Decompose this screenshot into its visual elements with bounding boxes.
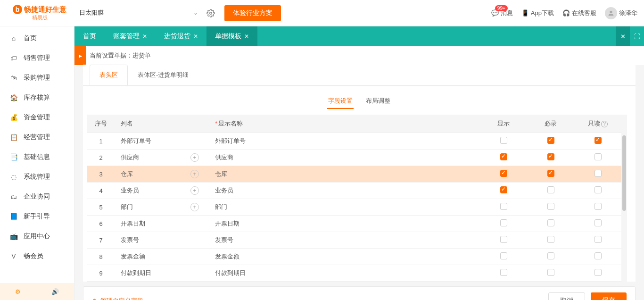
tab-field-settings[interactable]: 字段设置: [327, 94, 354, 109]
cell-disp[interactable]: 开票日期: [209, 216, 480, 232]
settings-gear-icon[interactable]: [204, 6, 218, 20]
checkbox[interactable]: [594, 236, 602, 243]
gear-icon: ⚙: [92, 298, 98, 300]
messages-button[interactable]: 💬 99+ 消息: [491, 9, 513, 17]
page-tab[interactable]: 首页: [74, 26, 105, 46]
user-menu[interactable]: 徐泽华: [605, 7, 637, 19]
tab-header-area[interactable]: 表头区: [90, 65, 128, 85]
sale-icon: 🏷: [9, 54, 18, 62]
cancel-button[interactable]: 取消: [548, 292, 585, 300]
cell-disp[interactable]: 部门: [209, 199, 480, 216]
app-download-button[interactable]: 📱 App下载: [521, 9, 554, 17]
table-row[interactable]: 2 供应商+ 供应商: [87, 150, 621, 166]
page-tab[interactable]: 进货退货✕: [156, 26, 206, 46]
sidebar-item[interactable]: 📺应用中心: [0, 226, 74, 246]
tab-body-area[interactable]: 表体区-进货单明细: [128, 65, 198, 85]
plus-icon[interactable]: +: [190, 186, 199, 195]
checkbox[interactable]: [594, 203, 602, 210]
sidebar-item[interactable]: 📋经营管理: [0, 127, 74, 147]
cell-disp[interactable]: 供应商: [209, 150, 480, 166]
table-row[interactable]: 1 外部订单号 外部订单号: [87, 133, 621, 150]
checkbox[interactable]: [500, 137, 507, 144]
checkbox[interactable]: [500, 236, 507, 243]
cell-col: 仓库+: [115, 166, 209, 183]
checkbox[interactable]: [594, 252, 602, 259]
cell-show: [480, 265, 527, 282]
checkbox[interactable]: [594, 137, 602, 144]
table-row[interactable]: 4 业务员+ 业务员: [87, 183, 621, 199]
scrollbar[interactable]: [621, 115, 627, 282]
plus-icon[interactable]: +: [190, 203, 199, 211]
tab-layout-adjust[interactable]: 布局调整: [365, 94, 391, 109]
table-row[interactable]: 9 付款到期日 付款到期日: [87, 265, 621, 282]
table-row[interactable]: 8 发票金额 发票金额: [87, 249, 621, 265]
fullscreen-icon[interactable]: ⛶: [630, 26, 644, 46]
sidebar-item[interactable]: 💰资金管理: [0, 108, 74, 127]
cell-col: 付款到期日: [115, 265, 209, 282]
company-select[interactable]: 日太阳膜 ⌄: [77, 6, 200, 20]
checkbox[interactable]: [500, 153, 507, 160]
sidebar-footer: ⚙ 🔊: [0, 283, 74, 300]
cell-disp[interactable]: 发票号: [209, 232, 480, 249]
sidebar-item[interactable]: ◌系统管理: [0, 167, 74, 187]
checkbox[interactable]: [500, 186, 507, 193]
checkbox[interactable]: [547, 236, 554, 243]
checkbox[interactable]: [500, 252, 507, 259]
close-icon[interactable]: ✕: [193, 33, 198, 40]
plus-icon[interactable]: +: [190, 153, 199, 162]
section-tabs: 表头区 表体区-进货单明细: [83, 65, 636, 86]
page-tab[interactable]: 单据模板✕: [206, 26, 257, 46]
checkbox[interactable]: [594, 170, 602, 177]
sidebar-item[interactable]: V畅会员: [0, 246, 74, 266]
close-icon[interactable]: ✕: [244, 33, 249, 40]
customer-service-button[interactable]: 🎧 在线客服: [562, 9, 596, 17]
sidebar-item[interactable]: 🏷销售管理: [0, 48, 74, 68]
checkbox[interactable]: [500, 269, 507, 276]
table-row[interactable]: 6 开票日期 开票日期: [87, 216, 621, 232]
table-row[interactable]: 7 发票号 发票号: [87, 232, 621, 249]
checkbox[interactable]: [594, 219, 602, 226]
cell-disp[interactable]: 付款到期日: [209, 265, 480, 282]
sidebar-item[interactable]: ⌂首页: [0, 28, 74, 48]
checkbox[interactable]: [500, 170, 507, 177]
checkbox[interactable]: [547, 269, 554, 276]
scrollbar-thumb[interactable]: [622, 135, 626, 211]
save-button[interactable]: 保存: [591, 292, 627, 300]
cell-disp[interactable]: 外部订单号: [209, 133, 480, 150]
close-tab-icon[interactable]: ✕: [616, 26, 630, 46]
footer-gear-icon[interactable]: ⚙: [15, 288, 21, 295]
th-ro: 只读?: [574, 115, 621, 133]
checkbox[interactable]: [500, 219, 507, 226]
sidebar-item[interactable]: 🗂企业协同: [0, 187, 74, 207]
sidebar-item[interactable]: 🏠库存核算: [0, 88, 74, 108]
svg-point-1: [610, 10, 612, 13]
checkbox[interactable]: [547, 170, 554, 177]
checkbox[interactable]: [547, 153, 554, 160]
plus-icon[interactable]: +: [190, 170, 199, 178]
sidebar-item[interactable]: 🛍采购管理: [0, 68, 74, 88]
checkbox[interactable]: [547, 203, 554, 210]
cell-disp[interactable]: 仓库: [209, 166, 480, 183]
sidebar-item[interactable]: 📑基础信息: [0, 147, 74, 167]
cell-disp[interactable]: 发票金额: [209, 249, 480, 265]
close-icon[interactable]: ✕: [142, 33, 147, 40]
checkbox[interactable]: [547, 252, 554, 259]
checkbox[interactable]: [500, 203, 507, 210]
checkbox[interactable]: [594, 153, 602, 160]
table-row[interactable]: 3 仓库+ 仓库: [87, 166, 621, 183]
checkbox[interactable]: [547, 219, 554, 226]
manage-custom-fields-link[interactable]: ⚙ 管理自定义字段: [92, 297, 143, 300]
cta-button[interactable]: 体验行业方案: [224, 5, 281, 21]
sidebar-item-label: 首页: [24, 34, 37, 42]
fields-table: 序号 列名 *显示名称 显示 必录 只读? 1 外部订单号 外部订单号: [87, 115, 621, 282]
footer-sound-icon[interactable]: 🔊: [51, 288, 59, 295]
sidebar-item[interactable]: 📘新手引导: [0, 207, 74, 226]
checkbox[interactable]: [547, 137, 554, 144]
table-row[interactable]: 5 部门+ 部门: [87, 199, 621, 216]
cell-disp[interactable]: 业务员: [209, 183, 480, 199]
checkbox[interactable]: [594, 186, 602, 193]
page-tab[interactable]: 账套管理✕: [105, 26, 156, 46]
checkbox[interactable]: [594, 269, 602, 276]
checkbox[interactable]: [547, 186, 554, 193]
help-icon[interactable]: ?: [601, 121, 608, 127]
